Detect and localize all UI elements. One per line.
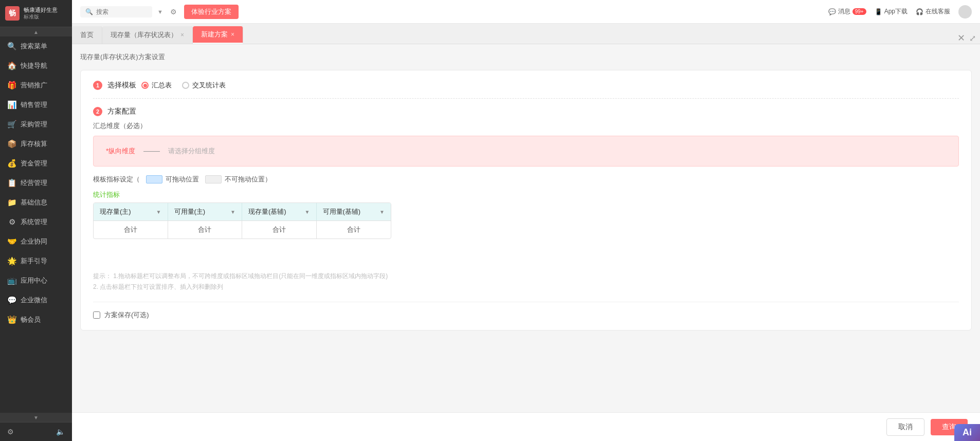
radio-summary[interactable]: 汇总表 [141,81,172,90]
sidebar-item-label: 销售管理 [21,100,47,109]
cancel-button[interactable]: 取消 [886,418,924,436]
avatar[interactable] [958,5,972,19]
stats-table-header: 现存量(主) ▼ 可用量(主) ▼ 现存量(基辅) ▼ [94,203,391,220]
stats-col-3[interactable]: 可用量(基辅) ▼ [317,203,391,220]
sidebar-item-label: 系统管理 [21,217,47,227]
topbar-search-icon: 🔍 [85,8,93,15]
legend-draggable-label: 可拖动位置 [166,175,199,184]
sidebar-item-purchase[interactable]: 🛒 采购管理 [0,115,72,134]
stats-col-0[interactable]: 现存量(主) ▼ [94,203,168,220]
tab-new-plan[interactable]: 新建方案 × [193,26,243,44]
topbar-message[interactable]: 💬 消息 99+ [828,7,866,16]
app-name: 畅康通好生意 [24,6,58,13]
divider-1 [93,98,959,99]
col-label-3: 可用量(基辅) [323,207,361,216]
sidebar-item-finance[interactable]: 💰 资金管理 [0,154,72,173]
empty-space [93,245,959,266]
radio-label-cross: 交叉统计表 [192,81,226,90]
sidebar: 畅 畅康通好生意 标准版 ▲ 🔍 搜索菜单 🏠 快捷导航 🎁 营销推广 📊 销售… [0,0,72,441]
stats-title: 统计指标 [93,190,959,199]
star-icon: 🌟 [7,256,16,266]
dimension-label: 汇总维度（必选） [93,121,959,131]
sidebar-item-label: 应用中心 [21,276,47,285]
settings-icon: ⚙ [7,217,16,227]
topbar-search-input[interactable] [96,8,148,15]
topbar-right: 💬 消息 99+ 📱 App下载 🎧 在线客服 [828,5,972,19]
stats-col-1[interactable]: 可用量(主) ▼ [168,203,243,220]
main-area: 🔍 ▼ ⚙ 体验行业方案 💬 消息 99+ 📱 App下载 🎧 在线客服 [72,0,980,441]
template-indicator-label: 模板指标设定（ [93,175,140,184]
sidebar-item-basic-info[interactable]: 📁 基础信息 [0,193,72,212]
stats-section: 统计指标 现存量(主) ▼ 可用量(主) ▼ [93,190,959,239]
template-radio-group: 汇总表 交叉统计表 [141,81,226,90]
sidebar-item-label: 库存核算 [21,139,47,149]
step2-num: 2 [93,107,102,116]
sidebar-item-member[interactable]: 👑 畅会员 [0,310,72,329]
sidebar-item-search[interactable]: 🔍 搜索菜单 [0,36,72,56]
topbar-dropdown-icon[interactable]: ▼ [157,9,163,15]
sidebar-item-collab[interactable]: 🤝 企业协同 [0,232,72,251]
sidebar-item-marketing[interactable]: 🎁 营销推广 [0,76,72,95]
sidebar-scroll-up[interactable]: ▲ [0,27,72,36]
sidebar-item-wechat[interactable]: 💬 企业微信 [0,290,72,310]
tabs-bar: 首页 现存量（库存状况表） × 新建方案 × ✕ ⤢ [72,24,980,44]
volume-icon[interactable]: 🔈 [56,428,65,436]
radio-cross[interactable]: 交叉统计表 [182,81,226,90]
radio-circle-cross[interactable] [182,82,189,89]
sidebar-item-system[interactable]: ⚙ 系统管理 [0,212,72,232]
topbar-gear-icon[interactable]: ⚙ [170,8,177,16]
col-dropdown-1[interactable]: ▼ [230,209,235,215]
stats-col-2[interactable]: 现存量(基辅) ▼ [242,203,317,220]
stats-table: 现存量(主) ▼ 可用量(主) ▼ 现存量(基辅) ▼ [93,203,391,239]
topbar-app-download[interactable]: 📱 App下载 [875,7,908,16]
sidebar-item-label: 营销推广 [21,81,47,90]
config-panel: 1 选择模板 汇总表 交叉统计表 [80,70,972,330]
sidebar-logo: 畅 畅康通好生意 标准版 [0,0,72,27]
save-checkbox-label: 方案保存(可选) [104,310,149,320]
sidebar-item-quicknav[interactable]: 🏠 快捷导航 [0,56,72,76]
stats-table-body: 合计 合计 合计 合计 [94,220,391,238]
radio-circle-summary[interactable] [141,82,149,89]
chart-icon: 📊 [7,100,16,109]
sidebar-item-app-center[interactable]: 📺 应用中心 [0,271,72,290]
modal-expand-icon[interactable]: ⤢ [969,33,976,43]
step2-header: 2 方案配置 [93,107,959,116]
app-download-label: App下载 [884,7,908,16]
gear-footer-icon[interactable]: ⚙ [7,428,14,436]
modal-close-icon[interactable]: ✕ [957,32,965,44]
save-checkbox[interactable] [93,311,100,319]
topbar-online-support[interactable]: 🎧 在线客服 [916,7,950,16]
search-menu-icon: 🔍 [7,42,16,51]
tab-close-icon[interactable]: × [180,31,184,39]
tab-close-new-plan-icon[interactable]: × [231,31,234,38]
legend-box-fixed [205,175,222,183]
cart-icon: 🛒 [7,120,16,129]
trial-btn[interactable]: 体验行业方案 [184,5,239,19]
sidebar-item-operations[interactable]: 📋 经营管理 [0,173,72,193]
legend-box-draggable [146,175,162,183]
dim-placeholder: 请选择分组维度 [168,146,215,156]
page-title: 现存量(库存状况表)方案设置 [80,52,972,62]
col-dropdown-3[interactable]: ▼ [379,209,385,215]
col-dropdown-2[interactable]: ▼ [305,209,310,215]
col-dropdown-0[interactable]: ▼ [156,209,161,215]
sidebar-scroll-down[interactable]: ▼ [0,413,72,422]
headset-icon: 🎧 [916,8,923,15]
box-icon: 📦 [7,139,16,149]
sidebar-item-inventory[interactable]: 📦 库存核算 [0,134,72,154]
tab-label: 新建方案 [201,30,228,39]
ai-badge[interactable]: Ai [954,424,980,441]
topbar-search-container: 🔍 [80,6,152,17]
crown-icon: 👑 [7,315,16,324]
message-badge: 99+ [852,8,866,15]
col-label-2: 现存量(基辅) [248,207,286,216]
message-icon: 💬 [828,8,836,15]
legend-fixed: 不可拖动位置） [205,175,271,184]
topbar: 🔍 ▼ ⚙ 体验行业方案 💬 消息 99+ 📱 App下载 🎧 在线客服 [72,0,980,24]
col-label-0: 现存量(主) [100,207,131,216]
tab-home[interactable]: 首页 [72,26,102,44]
sidebar-item-label: 基础信息 [21,198,47,207]
sidebar-item-sales[interactable]: 📊 销售管理 [0,95,72,115]
sidebar-item-newbie[interactable]: 🌟 新手引导 [0,251,72,271]
tab-inventory-status[interactable]: 现存量（库存状况表） × [102,26,193,44]
